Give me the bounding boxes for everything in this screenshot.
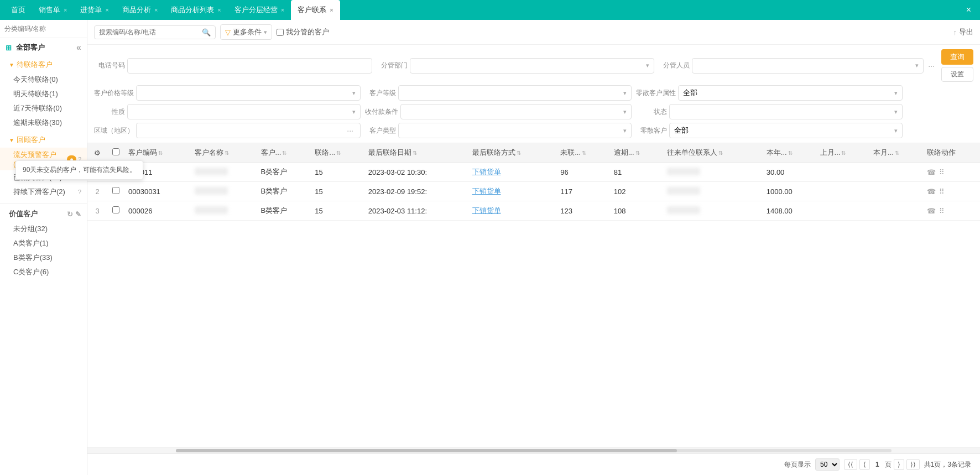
refresh-icon[interactable]: ↻ xyxy=(67,210,73,218)
sidebar-item-7days[interactable]: 近7天待联络(0) xyxy=(0,101,87,116)
sort-type-icon[interactable]: ⇅ xyxy=(282,150,286,156)
row-method-2[interactable]: 下销货单 xyxy=(468,182,556,201)
nav-tab-customer-contact[interactable]: 客户联系 × xyxy=(291,0,340,20)
sidebar-group-pending-title[interactable]: ▼ 待联络客户 xyxy=(0,57,87,72)
row-checkbox-3[interactable] xyxy=(112,206,119,213)
action-phone-icon-2[interactable]: ☎ xyxy=(927,187,936,196)
nav-tab-purchase[interactable]: 进货单 × xyxy=(74,0,115,20)
close-tab-customer-contact[interactable]: × xyxy=(330,7,333,13)
row-method-3[interactable]: 下销货单 xyxy=(468,201,556,221)
row-method-link-3[interactable]: 下销货单 xyxy=(472,206,501,215)
close-tab-analysis[interactable]: × xyxy=(154,7,158,13)
close-tab-customer-layer[interactable]: × xyxy=(281,7,284,13)
sort-uncontacted-icon[interactable]: ⇅ xyxy=(582,150,586,156)
close-tab-purchase[interactable]: × xyxy=(105,7,108,13)
action-more-icon-2[interactable]: ⠿ xyxy=(939,187,945,196)
sidebar-item-tomorrow[interactable]: 明天待联络(1) xyxy=(0,87,87,101)
sidebar-item-declining[interactable]: 持续下滑客户(2) ? xyxy=(0,185,87,199)
sort-name-icon[interactable]: ⇅ xyxy=(225,150,229,156)
row-method-1[interactable]: 下销货单 xyxy=(468,163,556,182)
sort-code-icon[interactable]: ⇅ xyxy=(158,150,163,156)
filter-search-input[interactable] xyxy=(99,28,200,36)
sidebar-group-review-title[interactable]: ▼ 回顾客户 xyxy=(0,132,87,148)
sort-overdue-icon[interactable]: ⇅ xyxy=(635,150,640,156)
filter-search-icon[interactable]: 🔍 xyxy=(202,28,211,36)
sidebar-item-overdue[interactable]: 逾期未联络(30) xyxy=(0,116,87,130)
arrow-icon: ▼ xyxy=(9,62,14,68)
sidebar-item-class-b[interactable]: B类客户(33) xyxy=(0,250,87,265)
filter-customer-level-select[interactable]: ▾ xyxy=(398,85,632,101)
nav-home[interactable]: 首页 xyxy=(4,5,32,15)
filter-person-select[interactable]: ▾ xyxy=(692,58,924,74)
filter-status-select[interactable]: ▾ xyxy=(669,104,903,119)
select-all-checkbox[interactable] xyxy=(112,148,119,155)
sidebar-item-class-c[interactable]: C类客户(6) xyxy=(0,265,87,279)
row-method-link-1[interactable]: 下销货单 xyxy=(472,168,501,176)
sidebar-item-ungrouped[interactable]: 未分组(32) xyxy=(0,222,87,236)
sidebar-search-input[interactable] xyxy=(4,25,87,33)
sidebar-collapse-icon[interactable]: « xyxy=(76,43,81,53)
more-conditions-button[interactable]: ▽ 更多条件 ▾ xyxy=(220,24,272,40)
filter-price-level-select[interactable]: ▾ xyxy=(136,85,361,101)
th-checkbox[interactable] xyxy=(107,143,124,163)
region-more-icon[interactable]: ··· xyxy=(345,126,356,135)
prev-page-button[interactable]: ⟨ xyxy=(859,459,870,470)
filter-row-2: 客户价格等级 ▾ 客户等级 ▾ 零散客户属性 全部 xyxy=(94,85,973,101)
action-phone-icon-1[interactable]: ☎ xyxy=(927,168,936,176)
top-close-button[interactable]: × xyxy=(962,5,976,15)
row-overdue-1: 81 xyxy=(609,163,663,182)
th-settings[interactable]: ⚙ xyxy=(87,143,107,163)
row-check-3[interactable] xyxy=(107,201,124,221)
page-size-select[interactable]: 50 xyxy=(815,458,840,471)
row-checkbox-2[interactable] xyxy=(112,187,119,194)
sidebar-item-class-a[interactable]: A类客户(1) xyxy=(0,236,87,250)
edit-icon[interactable]: ✎ xyxy=(75,210,81,218)
filter-nature-select[interactable]: ▾ xyxy=(127,104,361,119)
nav-tab-customer-layer[interactable]: 客户分层经营 × xyxy=(228,0,291,20)
close-tab-analysis-list[interactable]: × xyxy=(217,7,221,13)
search-button[interactable]: 查询 xyxy=(941,49,973,65)
next-page-button[interactable]: ⟩ xyxy=(894,459,904,470)
row-check-2[interactable] xyxy=(107,182,124,201)
filter-phone-input[interactable] xyxy=(127,58,372,74)
nav-tab-sales[interactable]: 销售单 × xyxy=(32,0,74,20)
hscroll-thumb[interactable] xyxy=(176,449,677,452)
row-name-blurred-1 xyxy=(195,168,228,175)
filter-sparse-attr-select[interactable]: 全部 ▾ xyxy=(678,85,903,101)
sort-date-icon[interactable]: ⇅ xyxy=(413,150,417,156)
action-phone-icon-3[interactable]: ☎ xyxy=(927,207,936,215)
filter-dept-select[interactable]: ▾ xyxy=(410,58,655,74)
th-last-date: 最后联络日期⇅ xyxy=(364,143,468,163)
filter-phone: 电话号码 xyxy=(94,58,372,74)
filter-sparse-customer-select[interactable]: 全部 ▾ xyxy=(669,123,903,138)
nav-tab-analysis[interactable]: 商品分析 × xyxy=(116,0,164,20)
filter-more-icon-1[interactable]: ··· xyxy=(926,61,937,70)
my-customers-check[interactable] xyxy=(277,29,284,36)
sidebar-title[interactable]: ⊞ 全部客户 « xyxy=(0,38,87,57)
sort-method-icon[interactable]: ⇅ xyxy=(517,150,521,156)
filter-payment-select[interactable]: ▾ xyxy=(400,104,632,119)
action-more-icon-1[interactable]: ⠿ xyxy=(939,168,945,176)
action-buttons: 查询 设置 xyxy=(941,49,973,82)
horizontal-scrollbar[interactable] xyxy=(87,447,980,453)
sort-contact-icon[interactable]: ⇅ xyxy=(336,150,341,156)
export-button[interactable]: ↑ 导出 xyxy=(953,27,974,37)
filter-customer-type-select[interactable]: ▾ xyxy=(398,123,632,138)
sort-year-icon[interactable]: ⇅ xyxy=(788,150,793,156)
settings-button[interactable]: 设置 xyxy=(941,67,973,82)
sidebar-item-today[interactable]: 今天待联络(0) xyxy=(0,72,87,87)
filter-region-select[interactable]: ··· xyxy=(136,123,361,138)
close-tab-sales[interactable]: × xyxy=(64,7,67,13)
sort-last-month-icon[interactable]: ⇅ xyxy=(841,150,846,156)
filter-sparse-customer: 零散客户 全部 ▾ xyxy=(636,123,903,138)
first-page-button[interactable]: ⟨⟨ xyxy=(844,459,857,470)
nav-tab-analysis-list[interactable]: 商品分析列表 × xyxy=(164,0,227,20)
top-nav: 首页 销售单 × 进货单 × 商品分析 × 商品分析列表 × 客户分层经营 × … xyxy=(0,0,980,20)
last-page-button[interactable]: ⟩⟩ xyxy=(906,459,920,470)
sort-this-month-icon[interactable]: ⇅ xyxy=(895,150,899,156)
sidebar-group-value-title[interactable]: 价值客户 ↻ ✎ xyxy=(0,206,87,222)
row-method-link-2[interactable]: 下销货单 xyxy=(472,187,501,195)
my-customers-checkbox[interactable]: 我分管的客户 xyxy=(277,27,329,37)
sort-liaison-icon[interactable]: ⇅ xyxy=(718,150,723,156)
action-more-icon-3[interactable]: ⠿ xyxy=(939,207,945,215)
